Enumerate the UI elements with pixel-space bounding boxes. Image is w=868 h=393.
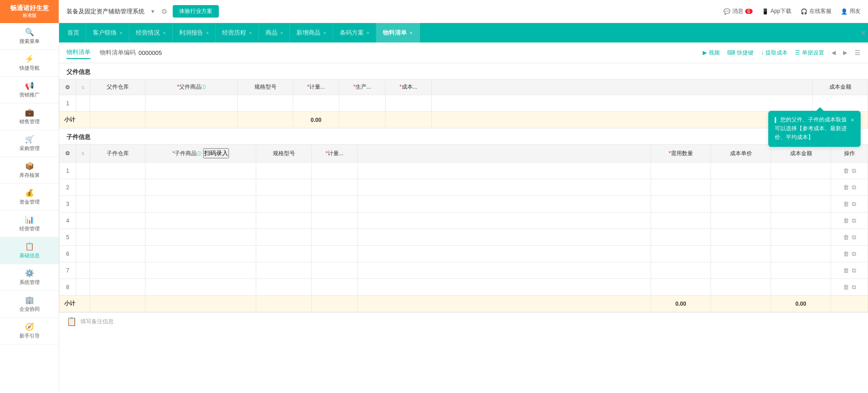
child-row-2-amount[interactable] [771,179,831,196]
nav-tab-home[interactable]: 首页 [61,23,86,42]
nav-next-button[interactable]: ▶ [843,49,847,56]
sidebar-item-system[interactable]: ⚙️系统管理 [0,264,59,291]
sub-tab-bom-list[interactable]: 物料清单 [66,46,90,59]
system-dropdown-icon[interactable]: ▼ [150,8,156,15]
sidebar-item-enterprise[interactable]: 🏢企业协同 [0,291,59,318]
child-row-3-unit[interactable] [312,196,358,212]
nav-tab-operation[interactable]: 经营情况 × [129,23,172,42]
child-row-5-goods[interactable] [145,229,256,246]
child-row-6-warehouse[interactable] [90,246,145,262]
trial-button[interactable]: 体验行业方案 [173,5,219,18]
child-row-2-unit[interactable] [312,179,358,196]
child-row-4-amount[interactable] [771,212,831,229]
sidebar-item-marketing[interactable]: 📢营销推广 [0,77,59,103]
child-row-7-unit-price[interactable] [711,262,771,279]
child-row-7-unit[interactable] [312,262,358,279]
sidebar-item-finance[interactable]: 💰资金管理 [0,184,59,211]
child-row-7-warehouse[interactable] [90,262,145,279]
child-row-4-warehouse[interactable] [90,212,145,229]
child-row-8-amount[interactable] [771,279,831,296]
child-row-8-unit[interactable] [312,279,358,296]
child-row-3-warehouse[interactable] [90,196,145,212]
child-row-6-unit-price[interactable] [711,246,771,262]
child-row-8-spec[interactable] [256,279,312,296]
message-button[interactable]: 💬 消息 6 [723,7,753,15]
copy-icon-7[interactable]: ⧉ [852,267,856,274]
child-row-2-unit-price[interactable] [711,179,771,196]
close-tab-history[interactable]: × [249,30,252,36]
parent-row-1-spec[interactable] [238,95,293,112]
child-row-4-unit-price[interactable] [711,212,771,229]
copy-icon-6[interactable]: ⧉ [852,250,856,258]
delete-icon-1[interactable]: 🗑 [843,167,849,175]
view-button[interactable]: ▶ 视频 [703,49,720,57]
delete-icon-2[interactable]: 🗑 [843,184,849,191]
child-row-7-spec[interactable] [256,262,312,279]
child-row-6-spec[interactable] [256,246,312,262]
child-row-3-amount[interactable] [771,196,831,212]
sidebar-item-quick-nav[interactable]: ⚡快捷导航 [0,50,59,77]
child-row-5-unit[interactable] [312,229,358,246]
copy-icon-5[interactable]: ⧉ [852,234,856,241]
delete-icon-7[interactable]: 🗑 [843,267,849,274]
child-row-5-quantity[interactable] [651,229,711,246]
copy-icon-4[interactable]: ⧉ [852,217,856,224]
child-row-1-unit-price[interactable] [711,163,771,179]
child-row-5-amount[interactable] [771,229,831,246]
child-row-2-goods[interactable] [145,179,256,196]
delete-icon-4[interactable]: 🗑 [843,217,849,224]
child-row-1-warehouse[interactable] [90,163,145,179]
child-row-8-warehouse[interactable] [90,279,145,296]
sidebar-item-sales[interactable]: 💼销售管理 [0,103,59,130]
delete-icon-5[interactable]: 🗑 [843,234,849,241]
child-row-4-spec[interactable] [256,212,312,229]
single-settings-button[interactable]: ☰ 单据设置 [795,49,824,57]
child-col-settings[interactable]: ⚙ [60,145,76,163]
parent-row-1-produce[interactable] [339,95,386,112]
child-row-4-goods[interactable] [145,212,256,229]
child-row-6-quantity[interactable] [651,246,711,262]
child-row-3-quantity[interactable] [651,196,711,212]
close-page-button[interactable]: ✕ [860,29,866,37]
nav-tab-bom[interactable]: 物料清单 × [376,23,419,42]
close-tab-barcode[interactable]: × [367,30,369,36]
child-row-2-spec[interactable] [256,179,312,196]
child-row-2-warehouse[interactable] [90,179,145,196]
child-row-6-unit[interactable] [312,246,358,262]
child-row-4-quantity[interactable] [651,212,711,229]
child-row-8-quantity[interactable] [651,279,711,296]
child-row-5-spec[interactable] [256,229,312,246]
nav-tab-newgoods[interactable]: 新增商品 × [290,23,333,42]
child-row-8-unit-price[interactable] [711,279,771,296]
nav-prev-button[interactable]: ◀ [832,49,836,56]
child-row-3-spec[interactable] [256,196,312,212]
copy-icon-1[interactable]: ⧉ [852,167,856,175]
child-row-1-quantity[interactable] [651,163,711,179]
scan-input-button[interactable]: 扫码录入 [203,148,229,158]
child-row-1-amount[interactable] [771,163,831,179]
sidebar-item-guide[interactable]: 🧭新手引导 [0,318,59,345]
sidebar-item-purchase[interactable]: 🛒采购管理 [0,130,59,157]
settings-icon[interactable]: ⚙ [161,7,167,16]
copy-icon-3[interactable]: ⧉ [852,200,856,208]
parent-col-settings[interactable]: ⚙ [60,79,76,95]
child-row-5-unit-price[interactable] [711,229,771,246]
delete-icon-3[interactable]: 🗑 [843,200,849,208]
extract-cost-button[interactable]: ↓ 提取成本 [761,49,788,57]
nav-tab-goods[interactable]: 商品 × [259,23,290,42]
tooltip-close-button[interactable]: × [850,115,854,125]
child-row-7-goods[interactable] [145,262,256,279]
parent-row-1-goods[interactable] [145,95,238,112]
copy-icon-2[interactable]: ⧉ [852,184,856,191]
shortcut-button[interactable]: ⌨ 快捷键 [727,49,753,57]
nav-tab-barcode[interactable]: 条码方案 × [333,23,376,42]
child-row-6-goods[interactable] [145,246,256,262]
sidebar-item-operations[interactable]: 📊经营管理 [0,211,59,237]
online-service-button[interactable]: 🎧 在线客服 [801,7,832,15]
sidebar-item-basic-info[interactable]: 📋基础信息 [0,237,59,264]
parent-row-1-unit[interactable] [293,95,339,112]
child-row-6-amount[interactable] [771,246,831,262]
child-row-5-warehouse[interactable] [90,229,145,246]
child-row-3-unit-price[interactable] [711,196,771,212]
child-row-2-quantity[interactable] [651,179,711,196]
